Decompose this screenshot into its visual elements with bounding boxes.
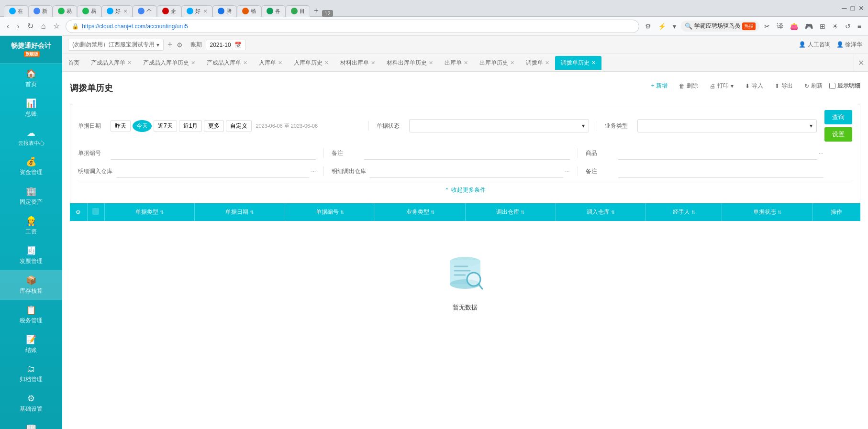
th-handler[interactable]: 经手人 ⇅	[646, 203, 722, 221]
tab-outbound-history-close[interactable]: ✕	[510, 60, 514, 66]
th-in-warehouse[interactable]: 调入仓库 ⇅	[556, 203, 646, 221]
browser-tab-7[interactable]: 企	[157, 5, 181, 17]
th-status[interactable]: 单据状态 ⇅	[722, 203, 812, 221]
tab-material-out-close[interactable]: ✕	[371, 60, 375, 66]
reload-button[interactable]: ↻	[25, 20, 35, 33]
sidebar-item-basic-settings[interactable]: ⚙ 基础设置	[0, 388, 62, 418]
th-out-warehouse[interactable]: 调出仓库 ⇅	[466, 203, 556, 221]
dropdown-icon[interactable]: ▾	[671, 21, 678, 32]
sidebar-item-tax[interactable]: 📋 税务管理	[0, 300, 62, 330]
sidebar-item-closing[interactable]: 📝 结账	[0, 330, 62, 359]
new-tab-button[interactable]: +	[310, 4, 322, 17]
select-all-checkbox[interactable]	[92, 208, 99, 215]
tab-inbound[interactable]: 入库单 ✕	[253, 56, 288, 70]
th-biz-type[interactable]: 业务类型 ⇅	[375, 203, 466, 221]
tab-material-out-history-close[interactable]: ✕	[429, 60, 433, 66]
query-button[interactable]: 查询	[824, 110, 852, 124]
company-settings-button[interactable]: ⚙	[177, 41, 183, 49]
wallet-icon[interactable]: 👛	[788, 21, 800, 32]
7days-btn[interactable]: 近7天	[154, 120, 177, 132]
1month-btn[interactable]: 近1月	[179, 120, 202, 132]
browser-tab-12[interactable]: 目	[286, 5, 310, 17]
back-button[interactable]: ‹	[5, 20, 11, 33]
period-selector[interactable]: 2021-10 📅	[206, 40, 246, 50]
detail-out-input[interactable]	[370, 165, 563, 178]
home-button[interactable]: ⌂	[39, 20, 48, 33]
tab-home[interactable]: 首页	[62, 56, 85, 70]
maximize-button[interactable]: □	[851, 4, 855, 12]
sidebar-item-finance[interactable]: 💰 资金管理	[0, 152, 62, 181]
settings-icon[interactable]: ☀	[830, 21, 840, 32]
scissors-icon[interactable]: ✂	[762, 21, 772, 32]
tab-inbound-history[interactable]: 入库单历史 ✕	[288, 56, 334, 70]
tab-stock-in[interactable]: 产成品入库单 ✕	[85, 56, 137, 70]
bookmark-button[interactable]: ☆	[51, 20, 62, 33]
tab-outbound-history[interactable]: 出库单历史 ✕	[474, 56, 520, 70]
tab-close-5[interactable]: ✕	[123, 9, 127, 14]
display-checkbox[interactable]	[829, 83, 835, 89]
tab-stock-in2[interactable]: 产成品入库单 ✕	[201, 56, 253, 70]
more-btn[interactable]: 更多	[204, 120, 224, 132]
detail-out-more-btn[interactable]: ···	[565, 168, 570, 175]
service-button[interactable]: 👤 人工咨询	[799, 41, 830, 49]
sidebar-item-archive[interactable]: 🗂 归档管理	[0, 359, 62, 388]
detail-in-more-btn[interactable]: ···	[311, 168, 316, 175]
tab-transfer-history[interactable]: 调拨单历史 ✕	[555, 56, 601, 70]
history-icon[interactable]: ↺	[843, 21, 853, 32]
sidebar-item-home[interactable]: 🏠 首页	[0, 64, 62, 93]
tab-transfer-close[interactable]: ✕	[545, 60, 549, 66]
browser-tab-4[interactable]: 易	[77, 5, 101, 17]
forward-button[interactable]: ›	[15, 20, 21, 33]
sidebar-item-ledger[interactable]: 📊 总账	[0, 93, 62, 123]
display-toggle[interactable]: 显示明细	[829, 82, 860, 90]
refresh-button[interactable]: ↻ 刷新	[800, 79, 827, 92]
th-doc-date[interactable]: 单据日期 ⇅	[195, 203, 285, 221]
tab-material-out-history[interactable]: 材料出库单历史 ✕	[381, 56, 439, 70]
address-bar[interactable]: 🔒 https://cloud.chanjet.com/accounting/u…	[66, 20, 639, 33]
extensions-icon[interactable]: ⚙	[643, 21, 653, 32]
browser-tab-8[interactable]: 好 ✕	[181, 5, 212, 17]
translate-icon[interactable]: 译	[775, 20, 785, 33]
sidebar-item-fixed-assets[interactable]: 🏢 固定资产	[0, 181, 62, 211]
biz-type-select[interactable]: ▾	[637, 119, 817, 132]
note-input[interactable]	[618, 165, 823, 178]
tab-stock-in-history[interactable]: 产成品入库单历史 ✕	[137, 56, 201, 70]
goods-input[interactable]	[618, 146, 817, 160]
tab-outbound[interactable]: 出库单 ✕	[439, 56, 474, 70]
tab-panel-close[interactable]: ✕	[854, 54, 868, 71]
tab-transfer[interactable]: 调拨单 ✕	[520, 56, 555, 70]
sidebar-item-invoice[interactable]: 🧾 发票管理	[0, 241, 62, 270]
browser-tab-9[interactable]: 腾	[212, 5, 237, 17]
lightning-icon[interactable]: ⚡	[656, 21, 668, 32]
company-selector[interactable]: (勿删勿禁用）江西服宝测试专用 ▾	[68, 39, 164, 51]
status-select[interactable]: ▾	[409, 119, 589, 132]
th-doc-no[interactable]: 单据编号 ⇅	[285, 203, 375, 221]
browser-tab-2[interactable]: 新	[28, 5, 53, 17]
browser-tab-6[interactable]: 个	[133, 5, 157, 17]
tab-inbound-history-close[interactable]: ✕	[324, 60, 329, 66]
settings-button[interactable]: 设置	[824, 127, 852, 142]
tab-stock-in-history-close[interactable]: ✕	[191, 60, 195, 66]
detail-in-input[interactable]	[116, 165, 309, 178]
browser-tab-1[interactable]: 在	[4, 5, 28, 17]
sidebar-item-salary[interactable]: 👷 工资	[0, 211, 62, 241]
new-button[interactable]: + 新增	[646, 79, 672, 92]
today-btn[interactable]: 今天	[133, 120, 152, 132]
yesterday-btn[interactable]: 昨天	[111, 120, 131, 132]
tab-stock-in2-close[interactable]: ✕	[243, 60, 247, 66]
collapse-conditions-btn[interactable]: ⌃ 收起更多条件	[78, 183, 852, 197]
game-icon[interactable]: 🎮	[803, 21, 815, 32]
tab-material-out[interactable]: 材料出库单 ✕	[334, 56, 381, 70]
close-button[interactable]: ✕	[858, 4, 864, 12]
tab-outbound-close[interactable]: ✕	[464, 60, 468, 66]
browser-tab-5[interactable]: 好 ✕	[101, 5, 133, 17]
menu-icon[interactable]: ≡	[856, 21, 863, 32]
sidebar-item-inventory[interactable]: 📦 库存核算	[0, 270, 62, 300]
browser-tab-10[interactable]: 畅	[237, 5, 261, 17]
tab-transfer-history-close[interactable]: ✕	[591, 60, 596, 66]
custom-btn[interactable]: 自定义	[226, 120, 252, 132]
goods-more-btn[interactable]: ···	[819, 150, 823, 156]
tab-stock-in-close[interactable]: ✕	[127, 60, 132, 66]
browser-tab-3[interactable]: 易	[53, 5, 77, 17]
tab-inbound-close[interactable]: ✕	[278, 60, 282, 66]
